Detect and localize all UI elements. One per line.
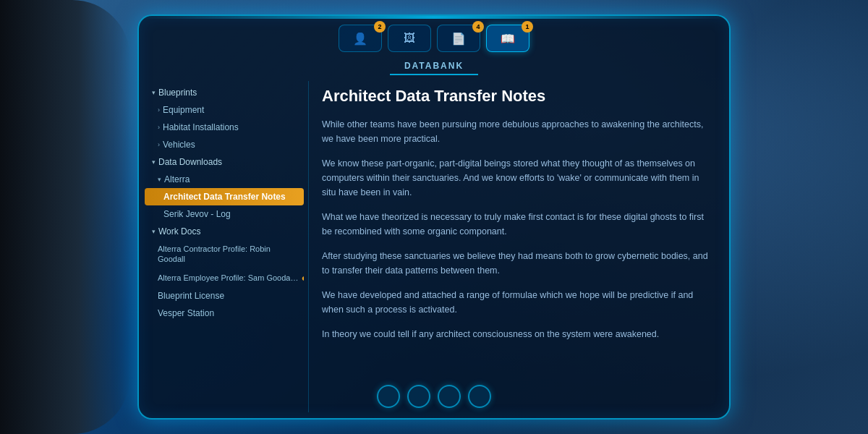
document-icon: 📄 [451, 32, 466, 46]
work-docs-arrow: ▾ [152, 228, 156, 235]
main-panel: 👤 2 🖼 📄 4 📖 1 DATABANK ▾ Blueprints [137, 14, 731, 420]
sidebar-item-sam-profile[interactable]: Alterra Employee Profile: Sam Gooda… ● [145, 268, 304, 287]
tab-book[interactable]: 📖 1 [486, 25, 529, 52]
book-icon: 📖 [501, 32, 515, 46]
dot-4[interactable] [468, 385, 491, 408]
content-paragraph-1: While other teams have been pursuing mor… [322, 117, 712, 146]
sidebar: ▾ Blueprints › Equipment › Habitat Insta… [145, 81, 304, 412]
databank-tab-label[interactable]: DATABANK [390, 58, 478, 75]
sidebar-item-architect-notes[interactable]: Architect Data Transfer Notes [145, 188, 304, 205]
sidebar-item-equipment[interactable]: › Equipment [145, 101, 304, 119]
tab-character[interactable]: 👤 2 [339, 25, 382, 52]
content-paragraph-2: We know these part-organic, part-digital… [322, 156, 712, 200]
content-paragraph-4: After studying these sanctuaries we beli… [322, 249, 712, 278]
sidebar-divider [308, 81, 309, 412]
sidebar-item-blueprints[interactable]: ▾ Blueprints [145, 84, 304, 101]
databank-label-row: DATABANK [139, 58, 729, 81]
character-icon: 👤 [353, 32, 367, 46]
gallery-icon: 🖼 [404, 32, 415, 45]
sidebar-item-alterra[interactable]: ▾ Alterra [145, 171, 304, 188]
dot-3[interactable] [438, 385, 461, 408]
sidebar-item-habitat[interactable]: › Habitat Installations [145, 119, 304, 136]
top-glow [139, 16, 729, 19]
book-badge: 1 [522, 21, 533, 33]
content-paragraph-5: We have developed and attached a range o… [322, 288, 712, 317]
content-paragraph-3: What we have theorized is necessary to t… [322, 210, 712, 239]
main-content-area: ▾ Blueprints › Equipment › Habitat Insta… [139, 81, 729, 418]
content-title: Architect Data Transfer Notes [322, 87, 712, 106]
bottom-dots [377, 385, 491, 408]
sidebar-item-vehicles[interactable]: › Vehicles [145, 136, 304, 153]
sidebar-item-vesper-station[interactable]: Vesper Station [145, 305, 304, 322]
character-badge: 2 [374, 21, 386, 33]
content-paragraph-6: In theory we could tell if any architect… [322, 327, 712, 341]
data-downloads-arrow: ▾ [152, 158, 156, 166]
vehicles-arrow: › [158, 141, 160, 148]
habitat-arrow: › [158, 124, 160, 131]
tab-document[interactable]: 📄 4 [437, 25, 480, 52]
dot-2[interactable] [407, 385, 430, 408]
alterra-arrow: ▾ [158, 176, 161, 183]
blueprints-arrow: ▾ [152, 89, 156, 96]
new-badge-icon: ● [301, 272, 304, 284]
dot-1[interactable] [377, 385, 400, 408]
top-tabs-bar: 👤 2 🖼 📄 4 📖 1 [139, 16, 729, 58]
sidebar-item-robin-profile[interactable]: Alterra Contractor Profile: Robin Goodal… [145, 240, 304, 268]
sidebar-item-blueprint-license[interactable]: Blueprint License [145, 287, 304, 305]
bg-left-panel [0, 0, 130, 434]
sidebar-item-data-downloads[interactable]: ▾ Data Downloads [145, 153, 304, 171]
sidebar-item-work-docs[interactable]: ▾ Work Docs [145, 223, 304, 240]
tab-gallery[interactable]: 🖼 [388, 25, 431, 52]
content-area: Architect Data Transfer Notes While othe… [313, 81, 723, 412]
document-badge: 4 [472, 21, 484, 33]
equipment-arrow: › [158, 106, 160, 114]
sidebar-item-serik-log[interactable]: Serik Jevov - Log [145, 205, 304, 223]
